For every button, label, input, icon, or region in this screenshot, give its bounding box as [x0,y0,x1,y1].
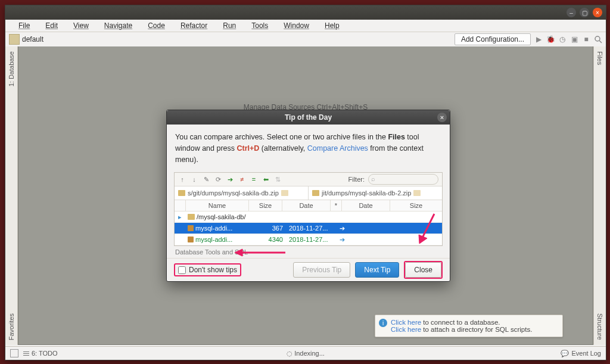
menu-help[interactable]: Help [318,20,347,32]
event-log-icon: 💬 [561,350,569,357]
hint-line-1: Click here to connect to a database. [391,319,558,326]
refresh-icon[interactable]: ⟳ [214,175,222,183]
tool-tab-files[interactable]: Files [596,49,603,67]
menu-window[interactable]: Window [276,20,316,32]
right-archive-path: jit/dumps/mysql-sakila-db-2.zip [309,186,442,200]
folder-icon [312,190,319,196]
folder-icon [413,190,421,196]
next-tip-button[interactable]: Next Tip [355,262,399,278]
tip-of-the-day-dialog: Tip of the Day × You can compare archive… [166,110,450,282]
search-everywhere-icon[interactable] [594,35,602,43]
tool-tab-favorites[interactable]: Favorites [8,311,15,343]
close-button[interactable]: Close [405,262,441,278]
folder-icon [188,214,195,220]
info-icon: i [379,319,387,327]
diff-column-headers: Name Size Date * Date Size [175,200,442,211]
run-icon[interactable]: ▶ [534,35,543,43]
attach-dir-link[interactable]: Click here [391,326,421,333]
preview-toolbar: ↑ ↓ ✎ ⟳ ➔ ≠ = ⬅ ⇅ Filter: ⌕ [175,173,442,186]
tool-windows-toggle[interactable] [10,349,18,357]
filter-label: Filter: [348,176,365,183]
diff-row-selected[interactable]: mysql-addi... 367 2018-11-27... ➔ [175,223,442,234]
edit-icon[interactable]: ✎ [202,175,210,183]
archive-icon [188,237,194,242]
project-icon [9,34,20,45]
arrow-up-icon[interactable]: ↑ [178,175,186,183]
dont-show-tips-input[interactable] [178,266,186,274]
preview-paths: s/git/dumps/mysql-sakila-db.zip jit/dump… [175,186,442,200]
dont-show-tips-checkbox[interactable]: Don't show tips [175,265,240,275]
menu-edit[interactable]: Edit [38,20,65,32]
annotation-highlight-checkbox: Don't show tips [174,263,241,276]
coverage-icon[interactable]: ◷ [558,35,567,43]
tool-tab-database[interactable]: 1: Database [8,49,15,89]
folder-icon [281,190,288,196]
left-tool-gutter: 1: Database Favorites [5,46,18,345]
dialog-title: Tip of the Day [285,113,332,122]
status-bar: 6: TODO ◌ Indexing... 💬 Event Log [5,346,606,360]
connect-db-link[interactable]: Click here [391,319,421,326]
dialog-close-icon[interactable]: × [437,113,447,122]
svg-point-0 [595,36,600,41]
filter-input[interactable]: ⌕ [368,174,438,185]
main-menubar: File Edit View Navigate Code Refactor Ru… [5,20,606,32]
right-tool-gutter: Files Structure [593,46,606,345]
connection-hint-popup: i Click here to connect to a database. C… [375,315,563,337]
add-configuration-button[interactable]: Add Configuration... [455,33,531,45]
menu-view[interactable]: View [66,20,96,32]
stop-icon[interactable]: ■ [582,35,590,43]
svg-line-1 [599,41,602,43]
ide-window: – ▢ × File Edit View Navigate Code Refac… [5,5,606,360]
spinner-icon: ◌ [287,350,292,357]
arrow-right-icon: ➔ [337,225,347,232]
profile-icon[interactable]: ▣ [570,35,578,43]
menu-file[interactable]: File [11,20,37,32]
archive-icon [188,225,194,231]
arrow-right-icon: ➔ [337,236,347,244]
previous-tip-button[interactable]: Previous Tip [293,262,350,278]
tip-caption: Database Tools and SQL [167,247,450,258]
menu-code[interactable]: Code [141,20,172,32]
tool-tab-structure[interactable]: Structure [596,311,603,343]
menu-refactor[interactable]: Refactor [173,20,214,32]
folder-icon [178,190,185,196]
window-maximize-button[interactable]: ▢ [580,8,589,17]
not-equal-icon[interactable]: ≠ [238,175,246,183]
annotation-highlight-close: Close [404,261,443,279]
left-archive-path: s/git/dumps/mysql-sakila-db.zip [175,186,309,200]
breadcrumb[interactable]: default [22,35,43,43]
todo-icon [23,351,29,356]
dialog-body: You can compare archives. Select one or … [167,125,450,169]
menu-navigate[interactable]: Navigate [97,20,139,32]
menu-run[interactable]: Run [216,20,243,32]
os-titlebar: – ▢ × [5,5,606,20]
debug-icon[interactable]: 🐞 [546,35,555,43]
diff-preview: ↑ ↓ ✎ ⟳ ➔ ≠ = ⬅ ⇅ Filter: ⌕ s/git/dumps/… [174,172,443,246]
dialog-titlebar[interactable]: Tip of the Day × [167,110,450,125]
arrow-right-green-icon[interactable]: ➔ [226,175,234,183]
equal-icon[interactable]: = [250,175,258,183]
menu-tools[interactable]: Tools [244,20,275,32]
walker-icon[interactable]: ⇅ [273,175,282,183]
arrow-down-icon[interactable]: ↓ [190,175,198,183]
arrow-left-green-icon[interactable]: ⬅ [262,175,270,183]
status-event-log[interactable]: Event Log [571,350,601,357]
diff-row-folder[interactable]: ▸ /mysql-sakila-db/ [175,211,442,223]
diff-row-added[interactable]: mysql-addi... 4340 2018-11-27... ➔ [175,234,442,245]
window-minimize-button[interactable]: – [567,8,576,17]
status-center-text: Indexing... [294,350,325,357]
search-icon: ⌕ [371,175,375,182]
hint-line-2: Click here to attach a directory for SQL… [391,326,558,333]
status-todo[interactable]: 6: TODO [32,350,58,357]
window-close-button[interactable]: × [593,8,602,17]
dialog-footer: Don't show tips Previous Tip Next Tip Cl… [167,258,450,281]
navigation-bar: default Add Configuration... ▶ 🐞 ◷ ▣ ■ [5,32,606,47]
